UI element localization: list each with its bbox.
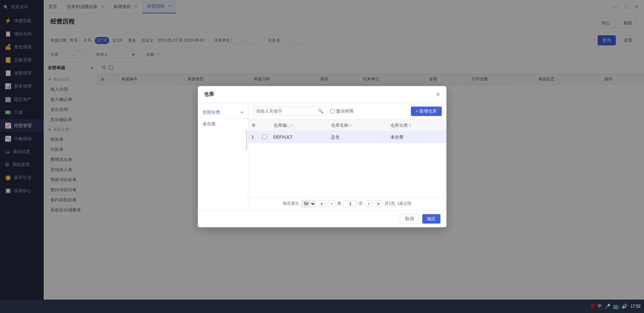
taskbar: S 中 🎤 📺 🔊 17:52 <box>0 300 644 313</box>
dialog-page-input[interactable] <box>343 200 357 207</box>
dialog-left-collapse-btn[interactable]: « <box>241 110 243 115</box>
dialog-uncategorized[interactable]: 未分类 <box>198 118 248 130</box>
dialog-toolbar: 🔍 显示停用 + 新增仓库 <box>248 103 446 120</box>
dialog-th-code: 仓库编...⇅ <box>270 120 328 131</box>
dialog-search-input[interactable] <box>253 107 315 115</box>
dialog-prev-btn[interactable]: ‹ <box>328 200 335 207</box>
dialog-search-btn[interactable]: 🔍 <box>315 107 327 115</box>
dialog-title: 仓库 <box>204 91 214 97</box>
taskbar-icon-screen[interactable]: 📺 <box>613 304 619 309</box>
dialog-left-panel: 全部分类 « 未分类 <box>198 103 248 210</box>
taskbar-time: 17:52 <box>631 304 641 309</box>
dialog-show-disabled-checkbox[interactable] <box>330 109 335 113</box>
dialog-per-page-label: 每页显示 <box>283 201 299 206</box>
dialog-overlay: 仓库 ✕ 全部分类 « 未分类 <box>0 0 644 313</box>
warehouse-dialog: 仓库 ✕ 全部分类 « 未分类 <box>198 86 446 227</box>
dialog-per-page-select[interactable]: 50 <box>301 200 316 207</box>
taskbar-icon-input[interactable]: 中 <box>597 303 602 309</box>
dialog-show-disabled-label: 显示停用 <box>330 108 353 114</box>
dialog-td-category: 未分类 <box>387 131 446 143</box>
dialog-total-info: 共1页, 1条记录 <box>385 201 412 206</box>
dialog-cancel-btn[interactable]: 取消 <box>400 214 419 224</box>
dialog-th-name: 仓库名称⇅ <box>328 120 387 131</box>
dialog-right-panel: 🔍 显示停用 + 新增仓库 ⚙ <box>248 103 446 210</box>
taskbar-icon-s[interactable]: S <box>591 303 595 309</box>
taskbar-icon-vol[interactable]: 🔊 <box>621 304 627 309</box>
dialog-table: ⚙ 仓库编...⇅ 仓库名称⇅ 仓库分类⇅ <box>248 120 446 197</box>
dialog-td-code: DEFAULT <box>270 131 328 143</box>
dialog-left-header: 全部分类 « <box>198 107 248 118</box>
dialog-pagination: 每页显示 50 « ‹ 第 页 › » 共1页, 1条记录 <box>248 197 446 210</box>
taskbar-icons: S 中 🎤 📺 🔊 <box>591 303 627 309</box>
dialog-th-setting: ⚙ <box>248 120 259 131</box>
dialog-page-label: 第 <box>337 201 341 206</box>
dialog-last-btn[interactable]: » <box>374 200 383 207</box>
dialog-search-box: 🔍 <box>253 107 327 116</box>
dialog-page-label2: 页 <box>359 201 363 206</box>
taskbar-icon-mic[interactable]: 🎤 <box>605 304 610 309</box>
dialog-th-checkbox <box>259 120 270 131</box>
dialog-header: 仓库 ✕ <box>198 86 446 103</box>
dialog-close-btn[interactable]: ✕ <box>435 91 440 98</box>
dialog-add-btn[interactable]: + 新增仓库 <box>411 107 441 116</box>
dialog-td-name: 总仓 <box>328 131 387 143</box>
dialog-next-btn[interactable]: › <box>365 200 372 207</box>
dialog-body: 全部分类 « 未分类 🔍 <box>198 103 446 210</box>
dialog-confirm-btn[interactable]: 确定 <box>422 214 440 224</box>
dialog-footer: 取消 确定 <box>198 210 446 227</box>
dialog-first-btn[interactable]: « <box>318 200 326 207</box>
dialog-th-category: 仓库分类⇅ <box>387 120 446 131</box>
dialog-table-row[interactable]: 1 DEFAULT 总仓 未分类 <box>248 131 446 143</box>
dialog-row-checkbox[interactable] <box>262 134 267 139</box>
dialog-all-category[interactable]: 全部分类 <box>203 109 220 115</box>
dialog-td-setting: 1 <box>248 131 259 143</box>
dialog-td-checkbox <box>259 131 270 143</box>
